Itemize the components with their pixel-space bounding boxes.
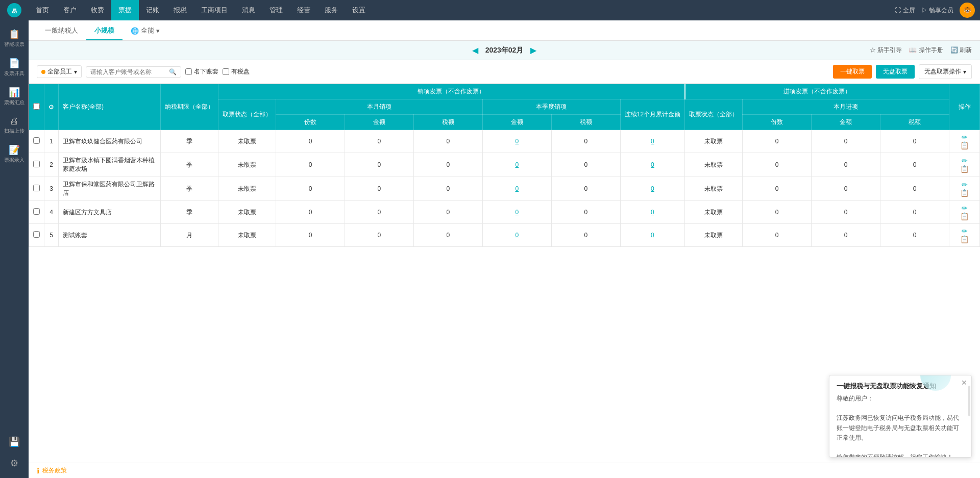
nav-message[interactable]: 消息 bbox=[235, 0, 262, 20]
nav-collection[interactable]: 收费 bbox=[84, 0, 111, 20]
row-purchase-month-amt: 0 bbox=[812, 224, 880, 247]
diskless-fetch-btn[interactable]: 无盘取票 bbox=[876, 65, 915, 79]
sales-qtr-amt-link[interactable]: 0 bbox=[515, 232, 519, 239]
nav-home[interactable]: 首页 bbox=[29, 0, 56, 20]
fullscreen-btn[interactable]: ⛶ 全屏 bbox=[895, 6, 915, 15]
row-sales-month-cnt: 0 bbox=[276, 201, 345, 224]
filter-dot bbox=[41, 70, 45, 74]
row-sales-qtr-tax: 0 bbox=[551, 201, 620, 224]
employee-filter[interactable]: 全部员工 ▾ bbox=[37, 65, 82, 78]
sales-cum-link[interactable]: 0 bbox=[651, 232, 654, 239]
period-prev-btn[interactable]: ◀ bbox=[469, 44, 481, 56]
row-detail-icon[interactable]: 📋 bbox=[960, 189, 969, 197]
filter-my-accounts[interactable]: 名下账套 bbox=[185, 67, 218, 76]
row-edit-icon[interactable]: ✏ bbox=[962, 133, 968, 141]
select-all-checkbox[interactable] bbox=[33, 103, 40, 110]
row-checkbox-cell bbox=[29, 224, 44, 247]
refresh-link[interactable]: 🔄 刷新 bbox=[950, 46, 972, 55]
search-icon[interactable]: 🔍 bbox=[169, 68, 177, 76]
row-sales-qtr-amt: 0 bbox=[482, 153, 551, 177]
tab-general[interactable]: 一般纳税人 bbox=[37, 22, 86, 40]
row-customer-name[interactable]: 卫辉市保和堂医药有限公司卫辉路店 bbox=[59, 177, 161, 201]
row-detail-icon[interactable]: 📋 bbox=[960, 165, 969, 173]
sidebar-item-smart-fetch[interactable]: 📋 智能取票 bbox=[1, 24, 28, 52]
nav-business[interactable]: 工商项目 bbox=[194, 0, 235, 20]
th-sq-amt: 金额 bbox=[482, 115, 551, 130]
app-logo: 易 bbox=[5, 1, 23, 19]
row-sales-qtr-amt: 0 bbox=[482, 130, 551, 153]
row-checkbox[interactable] bbox=[33, 231, 40, 238]
row-detail-icon[interactable]: 📋 bbox=[960, 212, 969, 220]
period-next-btn[interactable]: ▶ bbox=[527, 44, 540, 56]
row-customer-name[interactable]: 新建区方方文具店 bbox=[59, 201, 161, 224]
notif-close-btn[interactable]: ✕ bbox=[961, 379, 967, 387]
row-index: 5 bbox=[44, 224, 59, 247]
row-edit-icon[interactable]: ✏ bbox=[962, 157, 968, 165]
sales-qtr-amt-link[interactable]: 0 bbox=[515, 185, 519, 192]
tab-bar: 一般纳税人 小规模 🌐 全能 ▾ bbox=[29, 20, 980, 41]
nav-manage[interactable]: 管理 bbox=[262, 0, 290, 20]
th-sales-status: 取票状态（全部） bbox=[218, 99, 276, 130]
nav-accounting[interactable]: 记账 bbox=[139, 0, 166, 20]
vip-btn[interactable]: ▷ 畅享会员 bbox=[921, 6, 953, 15]
sidebar-item-invoice-entry[interactable]: 📝 票据录入 bbox=[1, 140, 28, 167]
row-checkbox[interactable] bbox=[33, 208, 40, 215]
sidebar-item-scan-upload[interactable]: 🖨 扫描上传 bbox=[1, 112, 28, 138]
tax-policy-link[interactable]: 税务政策 bbox=[42, 466, 67, 475]
diskless-fetch-ops-btn[interactable]: 无盘取票操作 ▾ bbox=[919, 64, 972, 79]
th-settings: ⚙ bbox=[44, 84, 59, 130]
tab-all[interactable]: 🌐 全能 ▾ bbox=[122, 22, 168, 40]
table-row: 5 测试账套 月 未取票 0 0 0 0 0 0 未取票 0 0 0 ✏ 📋 bbox=[29, 224, 980, 247]
sales-cum-link[interactable]: 0 bbox=[651, 138, 654, 145]
filter-has-taxpad[interactable]: 有税盘 bbox=[223, 67, 250, 76]
row-sales-month-tax: 0 bbox=[413, 224, 482, 247]
sidebar-item-issue-invoice[interactable]: 📄 发票开具 bbox=[1, 54, 28, 81]
my-accounts-checkbox[interactable] bbox=[185, 68, 192, 75]
row-actions: ✏ 📋 bbox=[949, 177, 980, 201]
new-guide-link[interactable]: ☆ 新手引导 bbox=[870, 46, 902, 55]
notif-scrollbar[interactable] bbox=[968, 386, 970, 416]
th-customer-name: 客户名称(全部) bbox=[59, 84, 161, 130]
sales-qtr-amt-link[interactable]: 0 bbox=[515, 161, 519, 168]
search-input[interactable] bbox=[90, 68, 167, 76]
sales-cum-link[interactable]: 0 bbox=[651, 209, 654, 216]
period-actions: ☆ 新手引导 📖 操作手册 🔄 刷新 bbox=[870, 46, 972, 55]
sidebar-bottom-item1[interactable]: 💾 bbox=[1, 432, 28, 451]
sales-qtr-amt-link[interactable]: 0 bbox=[515, 209, 519, 216]
nav-invoice[interactable]: 票据 bbox=[111, 0, 139, 20]
row-detail-icon[interactable]: 📋 bbox=[960, 141, 969, 149]
operation-manual-link[interactable]: 📖 操作手册 bbox=[909, 46, 943, 55]
row-sales-status: 未取票 bbox=[218, 153, 276, 177]
tab-small[interactable]: 小规模 bbox=[86, 22, 122, 40]
row-sales-month-tax: 0 bbox=[413, 130, 482, 153]
row-checkbox[interactable] bbox=[33, 185, 40, 191]
one-click-fetch-btn[interactable]: 一键取票 bbox=[833, 65, 872, 79]
nav-settings[interactable]: 设置 bbox=[345, 0, 373, 20]
sales-cum-link[interactable]: 0 bbox=[651, 185, 654, 192]
nav-service[interactable]: 服务 bbox=[317, 0, 345, 20]
sidebar-bottom-item2[interactable]: ⚙ bbox=[1, 454, 28, 473]
row-edit-icon[interactable]: ✏ bbox=[962, 227, 968, 235]
scan-upload-icon: 🖨 bbox=[10, 116, 19, 127]
nav-customer[interactable]: 客户 bbox=[56, 0, 84, 20]
row-actions: ✏ 📋 bbox=[949, 130, 980, 153]
period-nav: ◀ 2023年02月 ▶ bbox=[469, 44, 540, 56]
row-customer-name[interactable]: 测试账套 bbox=[59, 224, 161, 247]
row-index: 1 bbox=[44, 130, 59, 153]
row-checkbox[interactable] bbox=[33, 161, 40, 167]
has-taxpad-checkbox[interactable] bbox=[223, 68, 229, 75]
sales-cum-link[interactable]: 0 bbox=[651, 161, 654, 168]
nav-tax[interactable]: 报税 bbox=[166, 0, 194, 20]
sidebar-item-invoice-summary[interactable]: 📊 票据汇总 bbox=[1, 83, 28, 110]
row-customer-name[interactable]: 卫辉市玖玖健合医药有限公司 bbox=[59, 130, 161, 153]
row-edit-icon[interactable]: ✏ bbox=[962, 204, 968, 212]
row-actions: ✏ 📋 bbox=[949, 224, 980, 247]
row-actions: ✏ 📋 bbox=[949, 201, 980, 224]
sales-qtr-amt-link[interactable]: 0 bbox=[515, 138, 519, 145]
user-avatar[interactable]: 🐯 bbox=[960, 3, 975, 18]
row-customer-name[interactable]: 卫辉市汲水镇下圆满香烟营木种植家庭农场 bbox=[59, 153, 161, 177]
nav-operation[interactable]: 经营 bbox=[290, 0, 317, 20]
row-edit-icon[interactable]: ✏ bbox=[962, 181, 968, 189]
row-checkbox[interactable] bbox=[33, 137, 40, 144]
row-detail-icon[interactable]: 📋 bbox=[960, 235, 969, 243]
